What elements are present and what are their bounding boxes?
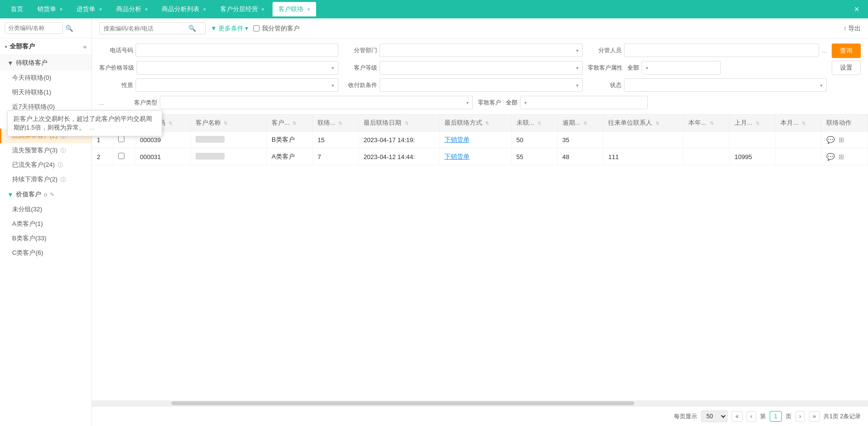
customer-level-select[interactable]: ▾: [380, 61, 582, 74]
row1-last-month: [730, 132, 776, 148]
nav-item-sales[interactable]: 销货单 ×: [31, 2, 68, 16]
col-type-sort[interactable]: ⇅: [292, 120, 296, 126]
col-contact-sort[interactable]: ⇅: [338, 120, 342, 126]
my-customer-checkbox[interactable]: [253, 25, 259, 31]
last-page-button[interactable]: »: [809, 411, 820, 422]
sidebar-item-declining[interactable]: 持续下滑客户(2) ⓘ: [0, 172, 91, 187]
sidebar-item-churned[interactable]: 已流失客户(24) ⓘ: [0, 158, 91, 172]
retail-select[interactable]: ▾: [520, 96, 648, 109]
nav-close-analysis[interactable]: ×: [145, 6, 148, 12]
col-contacts-sort[interactable]: ⇅: [655, 120, 659, 126]
col-last-month-sort[interactable]: ⇅: [756, 120, 760, 126]
row2-checkbox-cell[interactable]: [113, 148, 135, 165]
sidebar-item-tomorrow[interactable]: 明天待联络(1): [0, 85, 91, 100]
gender-select[interactable]: ▾: [136, 78, 338, 92]
export-button[interactable]: ↑ 导出: [844, 24, 861, 33]
nav-item-analysis-list[interactable]: 商品分析列表 ×: [156, 2, 212, 16]
nav-close-sales[interactable]: ×: [60, 6, 62, 12]
sidebar-item-churn-warning[interactable]: 流失预警客户(3) ⓘ: [0, 143, 91, 158]
nav-label-customer-contact: 客户联络: [278, 5, 304, 14]
row1-grid-icon[interactable]: ⊞: [838, 136, 844, 144]
nav-close-purchase[interactable]: ×: [99, 6, 102, 12]
phone-input[interactable]: [136, 44, 338, 57]
row1-unread: 50: [511, 132, 557, 148]
row2-contact-method-link[interactable]: 下销货单: [444, 153, 470, 160]
customer-type-select[interactable]: ▾: [160, 96, 473, 109]
col-this-year-sort[interactable]: ⇅: [710, 120, 714, 126]
customer-type-arrow: ▾: [466, 100, 469, 105]
nav-item-customer-segment[interactable]: 客户分层经营 ×: [214, 2, 270, 16]
nav-close-analysis-list[interactable]: ×: [203, 6, 206, 12]
price-level-select[interactable]: ▾: [137, 61, 338, 74]
col-last-contact-method-sort[interactable]: ⇅: [485, 120, 489, 126]
sidebar-item-class-b[interactable]: B类客户(33): [0, 231, 91, 246]
sidebar: 🔍 ▪ 全部客户 « ▼ 待联络客户 今天待联络(0) 明天待联络(1) 近7天…: [0, 18, 92, 426]
row2-last-contact-method[interactable]: 下销货单: [439, 148, 511, 165]
sidebar-search-icon[interactable]: 🔍: [65, 25, 73, 32]
row2-name: [190, 148, 266, 165]
row2-checkbox[interactable]: [118, 153, 124, 159]
nav-item-purchase[interactable]: 进货单 ×: [71, 2, 107, 16]
sidebar-item-today[interactable]: 今天待联络(0): [0, 71, 91, 85]
row4-dots[interactable]: ...: [99, 99, 105, 106]
nav-close-customer-contact[interactable]: ×: [307, 6, 310, 12]
horizontal-scrollbar[interactable]: [92, 400, 868, 406]
col-overdue-sort[interactable]: ⇅: [583, 120, 587, 126]
col-action-label: 联络动作: [826, 119, 852, 126]
pagination-bar: 每页显示 50 20 100 « ‹ 第 1 页 › » 共1页 2条记录: [92, 406, 868, 426]
col-code-sort[interactable]: ⇅: [168, 120, 172, 126]
person-dots[interactable]: ...: [822, 47, 827, 54]
top-nav: 首页 销货单 × 进货单 × 商品分析 × 商品分析列表 × 客户分层经营 × …: [0, 0, 868, 18]
prev-page-button[interactable]: ‹: [746, 411, 756, 422]
more-conditions-toggle[interactable]: ▼ 更多条件 ▾: [211, 24, 248, 33]
payment-terms-arrow: ▾: [576, 83, 579, 88]
col-unread-sort[interactable]: ⇅: [537, 120, 541, 126]
row1-last-contact-method[interactable]: 下销货单: [439, 132, 511, 148]
status-arrow: ▾: [820, 83, 822, 88]
main-search-icon[interactable]: 🔍: [188, 25, 196, 32]
nav-item-customer-contact[interactable]: 客户联络 ×: [273, 2, 316, 16]
sidebar-group-waiting[interactable]: ▼ 待联络客户: [0, 55, 91, 71]
payment-terms-select[interactable]: ▾: [380, 78, 582, 92]
row1-type: B类客户: [266, 132, 312, 148]
first-page-button[interactable]: «: [731, 411, 743, 422]
next-page-button[interactable]: ›: [795, 411, 805, 422]
col-name-label: 客户名称: [196, 119, 221, 126]
query-button[interactable]: 查询: [832, 44, 861, 58]
row2-grid-icon[interactable]: ⊞: [838, 153, 844, 161]
col-last-contact-date-sort[interactable]: ⇅: [405, 120, 409, 126]
sidebar-value-customers-group[interactable]: ▼ 价值客户 ○ ✎: [0, 187, 91, 202]
value-group-edit-icon[interactable]: ✎: [50, 191, 54, 198]
sidebar-item-ungrouped[interactable]: 未分组(32): [0, 202, 91, 217]
sidebar-search-input[interactable]: [5, 22, 63, 34]
sidebar-item-class-c[interactable]: C类客户(6): [0, 246, 91, 260]
table-header-row: ⚙ 客户编码 ⇅ 客户名称 ⇅: [92, 115, 868, 132]
customer-table: ⚙ 客户编码 ⇅ 客户名称 ⇅: [92, 115, 868, 165]
nav-close-customer-segment[interactable]: ×: [261, 6, 264, 12]
nav-item-home[interactable]: 首页: [5, 2, 29, 16]
nav-item-analysis[interactable]: 商品分析 ×: [110, 2, 153, 16]
dept-select[interactable]: ▾: [380, 44, 582, 57]
th-last-contact-method: 最后联络方式 ⇅: [439, 115, 511, 132]
settings-button[interactable]: 设置: [832, 60, 861, 75]
col-name-sort[interactable]: ⇅: [224, 120, 228, 126]
main-search-input[interactable]: [104, 25, 186, 32]
sidebar-collapse-button[interactable]: «: [83, 43, 87, 50]
retail-attr-select[interactable]: ▾: [641, 61, 721, 74]
scrollbar-thumb[interactable]: [171, 401, 634, 405]
per-page-select[interactable]: 50 20 100: [701, 411, 728, 422]
row1-checkbox[interactable]: [118, 136, 124, 142]
row1-overdue: 35: [557, 132, 603, 148]
row2-chat-icon[interactable]: 💬: [826, 153, 835, 161]
status-select[interactable]: ▾: [624, 78, 827, 92]
sidebar-item-class-a[interactable]: A类客户(1): [0, 217, 91, 231]
col-this-month-sort[interactable]: ⇅: [802, 120, 806, 126]
row1-contact-method-link[interactable]: 下销货单: [444, 136, 470, 143]
sidebar-all-customers[interactable]: ▪ 全部客户 «: [0, 38, 91, 55]
retail-attr-label: 零散客户属性: [588, 64, 623, 72]
window-close-button[interactable]: ×: [850, 2, 863, 16]
current-page: 1: [770, 411, 782, 422]
row1-chat-icon[interactable]: 💬: [826, 136, 835, 144]
filter-cell-customer-level: 客户等级 ▾: [343, 61, 582, 74]
person-select[interactable]: [624, 44, 819, 57]
